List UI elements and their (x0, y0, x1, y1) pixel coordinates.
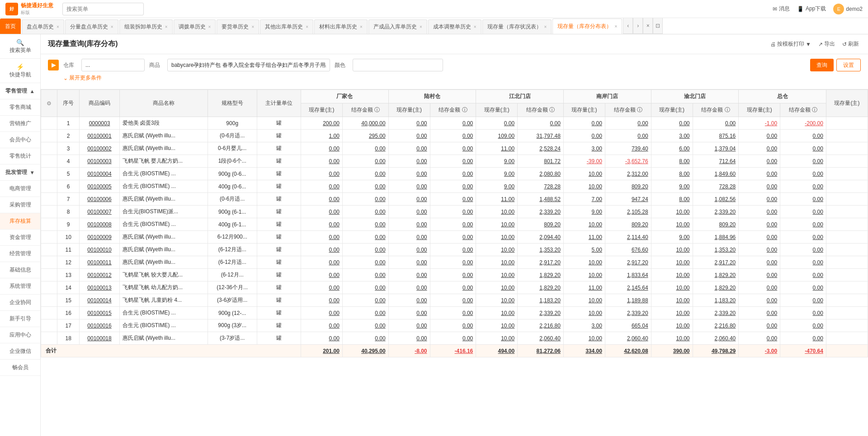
th-tot-qty: 现存量(主) (739, 103, 780, 117)
summary-na-amt: 42,620.08 (605, 345, 651, 357)
table-row: 7 00100006 惠氏启赋 (Wyeth illu... (0-6月适...… (41, 193, 868, 206)
tab-home[interactable]: 首页 (0, 19, 21, 34)
message-btn[interactable]: ✉ 消息 (773, 5, 790, 13)
summary-jb-qty: 494.00 (476, 345, 518, 357)
table-row: 5 00100004 合生元 (BIOSTIME) ... 900g (0-6.… (41, 168, 868, 180)
goods-input[interactable] (167, 59, 330, 71)
th-na-qty: 现存量(主) (563, 103, 605, 117)
table-row: 15 00100014 飞鹤星飞帆 儿童奶粉 4... (3-6岁适用... 罐… (41, 294, 868, 307)
th-total: 总仓 (739, 90, 826, 103)
page-header: 现存量查询(库存分布) 🖨 按模板打印 ▼ ↗ 导出 ↺ 刷新 (41, 34, 868, 54)
sidebar-item-ecom[interactable]: 电商管理 (0, 181, 40, 197)
th-l-amt: 结存金额 ⓘ (430, 103, 476, 117)
sidebar-item-member2[interactable]: 畅会员 (0, 360, 40, 376)
chevron-up-icon: ▲ (30, 89, 35, 94)
content-area: 现存量查询(库存分布) 🖨 按模板打印 ▼ ↗ 导出 ↺ 刷新 (41, 34, 868, 436)
th-f-qty: 现存量(主) (301, 103, 342, 117)
table-row: 12 00100011 惠氏启赋 (Wyeth illu... (6-12月适.… (41, 256, 868, 269)
table-row: 11 00100010 惠氏启赋 (Wyeth illu... (6-12月适.… (41, 244, 868, 256)
tab-4[interactable]: 调拨单历史 × (174, 19, 216, 34)
tab-1[interactable]: 盘点单历史 × (22, 19, 64, 34)
sidebar-item-finance[interactable]: 资金管理 (0, 230, 40, 246)
sidebar-item-retail[interactable]: 零售管理 ▲ (0, 83, 40, 99)
search-icon: 🔍 (0, 39, 40, 46)
sidebar-item-retail-stat[interactable]: 零售统计 (0, 148, 40, 164)
tab-close-all-btn[interactable]: × (643, 18, 653, 34)
sidebar-item-guide[interactable]: 新手引导 (0, 311, 40, 327)
summary-l-amt: -416.16 (430, 345, 476, 357)
table-row: 9 00100008 合生元 (BIOSTIME) ... 400g (6-1.… (41, 218, 868, 231)
sidebar-item-management[interactable]: 经营管理 (0, 246, 40, 262)
filter-toggle-btn[interactable]: ▶ (48, 60, 59, 70)
color-input[interactable] (353, 59, 443, 71)
th-lucun: 陆村仓 (388, 90, 476, 103)
color-label: 颜色 (335, 61, 348, 69)
print-dropdown-icon: ▼ (806, 41, 811, 47)
logo-sub: 标版 (21, 9, 53, 16)
sidebar-item-member[interactable]: 会员中心 (0, 132, 40, 148)
tab-6[interactable]: 其他出库单历史 × (260, 19, 313, 34)
gear-icon[interactable]: ⚙ (47, 100, 52, 107)
tab-10[interactable]: 现存量（库存状况表） × (482, 19, 552, 34)
th-code: 商品编码 (80, 90, 119, 117)
tab-menu-btn[interactable]: ⊡ (653, 18, 663, 34)
refresh-btn[interactable]: ↺ 刷新 (840, 39, 861, 49)
user-info[interactable]: E demo2 (833, 4, 863, 14)
th-cur: 现存量(主) (826, 90, 868, 117)
table-row: 14 00100013 飞鹤星飞帆 幼儿配方奶... (12-36个月... 罐… (41, 281, 868, 294)
tab-2[interactable]: 分量盘点单历史 × (65, 19, 118, 34)
table-row: 6 00100005 合生元 (BIOSTIME) ... 400g (0-6.… (41, 180, 868, 193)
sidebar-item-system[interactable]: 系统管理 (0, 278, 40, 295)
summary-na-qty: 334.00 (563, 345, 605, 357)
sidebar-item-marketing[interactable]: 营销推广 (0, 116, 40, 132)
sidebar-item-apps[interactable]: 应用中心 (0, 327, 40, 343)
sidebar-item-wholesale[interactable]: 批发管理 ▼ (0, 164, 40, 181)
warehouse-input[interactable] (81, 59, 145, 71)
tab-3[interactable]: 组装拆卸单历史 × (119, 19, 173, 34)
query-btn[interactable]: 查询 (810, 59, 834, 71)
app-download-btn[interactable]: 📱 App下载 (797, 5, 826, 13)
logo-area: 好 畅捷通好生意 标版 (5, 2, 53, 16)
header-actions: 🖨 按模板打印 ▼ ↗ 导出 ↺ 刷新 (769, 39, 861, 49)
filter-row-1: ▶ 仓库 商品 颜色 查询 设置 (48, 59, 861, 71)
sidebar: 🔍 搜索英单 ⚡ 快捷导航 零售管理 ▲ 零售商城 营销推广 会员中心 零售统计… (0, 34, 41, 436)
sidebar-item-collab[interactable]: 企业协同 (0, 295, 40, 311)
th-na-amt: 结存金额 ⓘ (605, 103, 651, 117)
sidebar-item-nav[interactable]: ⚡ 快捷导航 (0, 59, 40, 83)
data-table: ⚙ 序号 商品编码 商品名称 规格型号 主计量单位 厂家仓 陆村仓 江北门店 南… (41, 89, 868, 357)
th-jb-amt: 结存金额 ⓘ (518, 103, 564, 117)
tab-prev-btn[interactable]: ‹ (623, 18, 633, 34)
sidebar-item-inventory[interactable]: 库存核算 (0, 213, 40, 230)
sidebar-item-basic[interactable]: 基础信息 (0, 262, 40, 278)
print-icon: 🖨 (770, 41, 776, 47)
export-btn[interactable]: ↗ 导出 (816, 39, 837, 49)
tab-7[interactable]: 材料出库单历史 × (314, 19, 368, 34)
tab-9[interactable]: 成本调整单历史 × (428, 19, 481, 34)
nav-icon: ⚡ (0, 63, 40, 70)
expand-conditions-btn[interactable]: ⌄ 展开更多条件 (63, 74, 102, 82)
th-factory: 厂家仓 (301, 90, 388, 103)
sidebar-item-purchase[interactable]: 采购管理 (0, 197, 40, 213)
message-icon: ✉ (773, 6, 777, 12)
top-bar: 好 畅捷通好生意 标版 ✉ 消息 📱 App下载 E demo2 (0, 0, 868, 18)
th-f-amt: 结存金额 ⓘ (342, 103, 388, 117)
table-row: 1 0000003 爱他美 卤蛋3段 900g 罐 200.00 40,000.… (41, 117, 868, 130)
tab-next-btn[interactable]: › (633, 18, 643, 34)
tab-8[interactable]: 产成品入库单历史 × (368, 19, 427, 34)
filter-area: ▶ 仓库 商品 颜色 查询 设置 ⌄ 展开更多条件 (41, 54, 868, 89)
th-gear[interactable]: ⚙ (41, 90, 57, 117)
sidebar-item-wechat[interactable]: 企业微信 (0, 343, 40, 360)
export-icon: ↗ (818, 41, 823, 47)
print-btn[interactable]: 🖨 按模板打印 ▼ (769, 39, 813, 49)
chevron-down-small-icon: ⌄ (63, 75, 68, 81)
sidebar-item-search[interactable]: 🔍 搜索英单 (0, 34, 40, 59)
tab-11[interactable]: 现存量（库存分布表） × (552, 19, 622, 34)
summary-tot-qty: -3.00 (739, 345, 780, 357)
sidebar-item-mall[interactable]: 零售商城 (0, 99, 40, 116)
summary-tot-amt: -470.64 (780, 345, 826, 357)
summary-yb-amt: 49,798.29 (693, 345, 739, 357)
summary-label: 合计 (41, 345, 301, 357)
search-input[interactable] (62, 3, 144, 15)
set-btn[interactable]: 设置 (836, 59, 861, 71)
tab-5[interactable]: 要货单历史 × (217, 19, 259, 34)
